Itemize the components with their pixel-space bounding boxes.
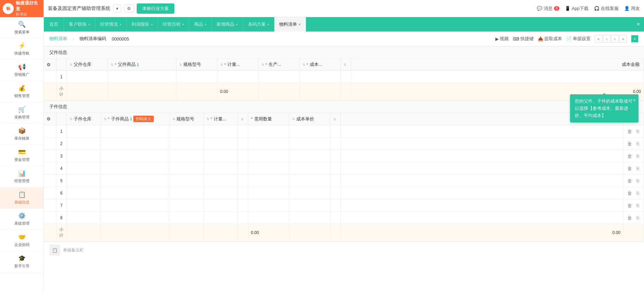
copy-icon[interactable]: ⎘: [635, 141, 641, 147]
sidebar-item-marketing[interactable]: 📢 营销推广: [0, 60, 44, 81]
prev-first-btn[interactable]: «: [595, 35, 602, 43]
copy-icon[interactable]: ⎘: [635, 190, 641, 196]
child-row-quantity[interactable]: [248, 138, 289, 150]
child-th-unit[interactable]: ⇅ * 计量...: [203, 113, 238, 125]
child-sort-unit-cost[interactable]: ⇅: [292, 117, 295, 121]
parent-row-unit[interactable]: [217, 71, 258, 83]
child-row-product[interactable]: [101, 212, 169, 224]
view-action[interactable]: ▶ 视频: [495, 36, 509, 42]
sidebar-item-inventory[interactable]: 📦 库存核算: [0, 124, 44, 145]
parent-th-spec[interactable]: ⇅ 规格型号: [176, 59, 217, 71]
delete-icon[interactable]: 🗑: [627, 141, 633, 147]
next-last-btn[interactable]: »: [619, 35, 627, 43]
child-row-spec[interactable]: [169, 187, 203, 199]
child-row-unit[interactable]: [203, 199, 238, 212]
child-row-product[interactable]: [101, 125, 169, 138]
sort-icon-product[interactable]: ⇅: [111, 63, 113, 67]
sidebar-item-basic-info[interactable]: 📋 基础信息: [0, 187, 44, 209]
child-th-unit-cost[interactable]: ⇅ 成本单价: [289, 113, 330, 125]
child-row-spec[interactable]: [169, 150, 203, 162]
scan-input-btn[interactable]: 扫码录入: [133, 116, 154, 122]
child-row-unit-cost[interactable]: [289, 150, 330, 162]
child-th-spec[interactable]: ⇅ 规格型号: [169, 113, 203, 125]
child-row-product[interactable]: [101, 199, 169, 212]
child-row-unit-cost[interactable]: [289, 212, 330, 224]
sidebar-item-operation-mgmt[interactable]: 📊 经营管理: [0, 166, 44, 187]
bottom-doc-icon[interactable]: 📋: [49, 245, 60, 256]
child-sort-product[interactable]: ⇅: [104, 117, 107, 121]
sort-icon-production[interactable]: ⇅: [261, 63, 264, 67]
grid-view-btn[interactable]: ≡: [631, 35, 639, 43]
sidebar-item-guide[interactable]: 🎓 新手引导: [0, 251, 44, 272]
user-btn[interactable]: 👤 用友: [624, 5, 640, 12]
sort-icon-spec[interactable]: ⇅: [179, 63, 182, 67]
tab-goods-close[interactable]: ×: [205, 22, 207, 26]
tab-new-goods-close[interactable]: ×: [236, 22, 238, 26]
child-sort1-icon[interactable]: ⇅: [241, 117, 244, 121]
child-row-quantity[interactable]: [248, 162, 289, 175]
child-sort-unit[interactable]: ⇅: [207, 117, 209, 121]
delete-icon[interactable]: 🗑: [627, 202, 633, 209]
sidebar-item-sales[interactable]: 💰 销售管理: [0, 81, 44, 102]
sort-icon-unit[interactable]: ⇅: [220, 63, 223, 67]
breadcrumb-bom[interactable]: 物料清单: [49, 36, 67, 42]
delete-icon[interactable]: 🗑: [627, 215, 633, 221]
child-row-unit-cost[interactable]: [289, 162, 330, 175]
next-btn[interactable]: ›: [611, 35, 619, 43]
parent-row-spec[interactable]: [176, 71, 217, 83]
message-btn[interactable]: 💬 消息 6: [537, 5, 559, 12]
child-row-unit[interactable]: [203, 187, 238, 199]
child-row-quantity[interactable]: [248, 125, 289, 138]
child-row-warehouse[interactable]: [66, 199, 101, 212]
child-row-warehouse[interactable]: [66, 175, 101, 187]
tab-goods[interactable]: 商品 ×: [189, 17, 212, 32]
child-row-warehouse[interactable]: [66, 138, 101, 150]
child-row-warehouse[interactable]: [66, 187, 101, 199]
tab-history-close[interactable]: ×: [182, 22, 184, 26]
parent-th-production[interactable]: ⇅ * 生产...: [258, 59, 299, 71]
sidebar-item-search[interactable]: 🔍 搜索菜单: [0, 17, 44, 38]
sidebar-item-finance[interactable]: 💳 资金管理: [0, 145, 44, 166]
copy-icon[interactable]: ⎘: [635, 202, 641, 209]
parent-th-warehouse[interactable]: ⇅ 父件仓库: [66, 59, 108, 71]
dropdown-btn[interactable]: ▾: [113, 4, 121, 13]
tab-barcode-close[interactable]: ×: [267, 22, 269, 26]
child-row-spec[interactable]: [169, 212, 203, 224]
child-sort-warehouse[interactable]: ⇅: [70, 117, 72, 121]
parent-sort-arrows[interactable]: ⇅: [344, 63, 346, 67]
child-row-spec[interactable]: [169, 125, 203, 138]
extract-cost-action[interactable]: 📥 提取成本: [538, 36, 562, 42]
child-row-warehouse[interactable]: [66, 212, 101, 224]
child-row-unit-cost[interactable]: [289, 187, 330, 199]
child-row-warehouse[interactable]: [66, 162, 101, 175]
parent-th-cost[interactable]: ⇅ * 成本...: [299, 59, 340, 71]
tab-customer-close[interactable]: ×: [88, 22, 90, 26]
copy-icon[interactable]: ⎘: [635, 153, 641, 159]
sort-icon-cost[interactable]: ⇅: [302, 63, 305, 67]
child-row-quantity[interactable]: [248, 199, 289, 212]
child-th-settings[interactable]: ⚙: [44, 113, 56, 125]
child-th-product[interactable]: ⇅ * 子件商品 ℹ 扫码录入: [101, 113, 169, 125]
child-row-unit-cost[interactable]: [289, 199, 330, 212]
single-settings-action[interactable]: 📄 单据设置: [566, 36, 591, 42]
tab-new-goods[interactable]: 新增商品 ×: [212, 17, 243, 32]
tooltip-close-btn[interactable]: ×: [633, 96, 636, 104]
child-row-unit[interactable]: [203, 162, 238, 175]
child-row-product[interactable]: [101, 138, 169, 150]
copy-icon[interactable]: ⎘: [635, 128, 641, 135]
child-row-unit[interactable]: [203, 138, 238, 150]
child-row-spec[interactable]: [169, 199, 203, 212]
delete-icon[interactable]: 🗑: [627, 178, 633, 184]
child-row-product[interactable]: [101, 162, 169, 175]
online-service-btn[interactable]: 🎧 在线客服: [594, 5, 619, 12]
close-all-tabs-btn[interactable]: ×: [633, 21, 644, 27]
tab-operation[interactable]: 经营情况 ×: [95, 17, 126, 32]
parent-row-product[interactable]: [108, 71, 176, 83]
tab-profit-close[interactable]: ×: [151, 22, 153, 26]
child-row-product[interactable]: [101, 150, 169, 162]
sidebar-item-system[interactable]: ⚙️ 系统管理: [0, 209, 44, 230]
parent-row-production[interactable]: [258, 71, 299, 83]
tab-profit[interactable]: 利润报告 ×: [127, 17, 158, 32]
delete-icon[interactable]: 🗑: [627, 153, 633, 159]
child-row-quantity[interactable]: [248, 175, 289, 187]
